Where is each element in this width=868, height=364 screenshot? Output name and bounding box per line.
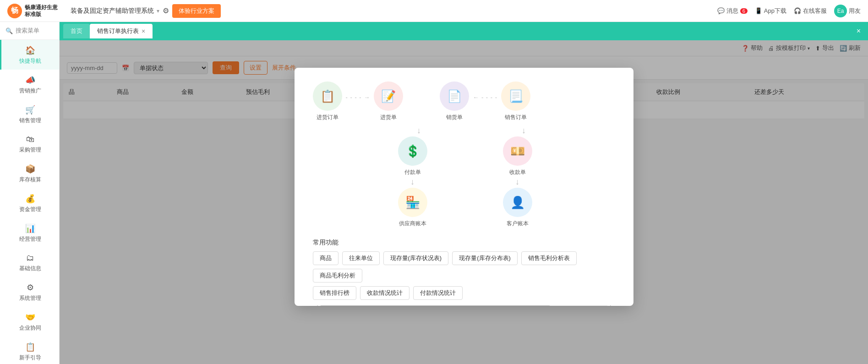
sidebar-item-inventory[interactable]: 📦 库存核算 (0, 158, 59, 188)
collab-icon: 🤝 (25, 312, 35, 322)
func-button[interactable]: 现存量(库存状况表) (383, 251, 449, 265)
arrow-left-1: ← - - - - (469, 94, 501, 101)
online-service-action[interactable]: 🎧 在线客服 (794, 7, 827, 15)
func-buttons-row2: 销售排行榜收款情况统计付款情况统计 (313, 286, 615, 300)
sidebar-item-label: 快捷导航 (19, 57, 41, 65)
message-icon: 💬 (717, 7, 725, 14)
avatar: Ea (834, 5, 847, 17)
logo-area: 畅 畅康通好生意 标准版 (7, 4, 67, 18)
common-functions-section: 常用功能 商品往来单位现存量(库存状况表)现存量(库存分布表)销售毛利分析表商品… (313, 239, 615, 300)
message-badge: 6 (740, 8, 748, 14)
flow-node-payment[interactable]: 💲 付款单 (398, 136, 427, 176)
scroll-right-button[interactable]: ▶ (610, 304, 615, 306)
scrollbar-thumb[interactable] (320, 305, 551, 306)
sidebar-item-basic[interactable]: 🗂 基础信息 (0, 248, 59, 277)
sidebar-item-purchase[interactable]: 🛍 采购管理 (0, 129, 59, 158)
search-icon: 🔍 (5, 27, 13, 34)
sidebar-item-label: 基础信息 (19, 265, 41, 272)
flow-node-sales-bill[interactable]: 📄 销货单 (440, 81, 469, 121)
down-arrow-2: ↓ (509, 126, 539, 136)
flow-node-purchase-order[interactable]: 📋 进货订单 (313, 81, 342, 121)
func-button[interactable]: 往来单位 (342, 251, 380, 265)
scroll-left-button[interactable]: ◀ (313, 304, 318, 306)
sidebar-item-label: 经营管理 (19, 235, 41, 243)
headset-icon: 🎧 (794, 7, 801, 14)
sidebar-item-label: 销售管理 (19, 117, 41, 125)
purchase-icon: 🛍 (26, 135, 34, 144)
message-action[interactable]: 💬 消息 6 (717, 7, 748, 15)
func-buttons-row1: 商品往来单位现存量(库存状况表)现存量(库存分布表)销售毛利分析表商品毛利分析 (313, 251, 615, 283)
basic-icon: 🗂 (26, 253, 34, 263)
system-name: 装备及固定资产辅助管理系统 (71, 7, 154, 15)
sidebar-item-collab[interactable]: 🤝 企业协同 (0, 307, 59, 337)
sidebar-item-system[interactable]: ⚙ 系统管理 (0, 277, 59, 307)
tab-home[interactable]: 首页 (63, 24, 90, 38)
sidebar-item-newbie[interactable]: 📋 新手引导 (0, 337, 59, 364)
func-button[interactable]: 收款情况统计 (360, 286, 409, 300)
down-arrow-1: ↓ (404, 126, 434, 136)
arrow-right-1: - - - - → (342, 94, 374, 101)
sidebar-item-label: 企业协同 (19, 324, 41, 332)
app-download-action[interactable]: 📱 App下载 (755, 7, 786, 15)
logo-icon: 畅 (7, 4, 22, 18)
sidebar-item-label: 营销推广 (19, 87, 41, 95)
tab-bar-close-icon[interactable]: × (853, 25, 864, 37)
sidebar-item-quick-nav[interactable]: 🏠 快捷导航 (0, 40, 59, 70)
common-functions-title: 常用功能 (313, 239, 615, 247)
func-button[interactable]: 商品毛利分析 (313, 269, 362, 283)
tab-sales-order[interactable]: 销售订单执行表 × (90, 24, 153, 38)
func-button[interactable]: 付款情况统计 (413, 286, 463, 300)
inventory-icon: 📦 (25, 164, 35, 174)
sidebar-item-finance[interactable]: 💰 资金管理 (0, 188, 59, 218)
sidebar-item-label: 新手引导 (19, 354, 41, 362)
finance-icon: 💰 (25, 194, 35, 204)
marketing-icon: 📣 (25, 75, 35, 85)
down-arrow-3: ↓ (398, 177, 427, 187)
sidebar-item-label: 采购管理 (19, 146, 41, 154)
scrollbar-area: ◀ ▶ (313, 304, 615, 306)
user-action[interactable]: Ea 用友 (834, 5, 861, 17)
operation-icon: 📊 (25, 223, 35, 234)
func-button[interactable]: 销售毛利分析表 (521, 251, 577, 265)
flow-diagram: 📋 进货订单 - - - - → 📝 进货单 (313, 81, 615, 228)
flow-node-supplier-ledger[interactable]: 🏪 供应商账本 (398, 188, 427, 228)
sidebar-item-label: 系统管理 (19, 294, 41, 302)
tab-close-icon[interactable]: × (142, 27, 145, 35)
sidebar-item-operation[interactable]: 📊 经营管理 (0, 218, 59, 248)
gear-button[interactable]: ⚙ (159, 5, 172, 17)
sidebar-item-sales[interactable]: 🛒 销售管理 (0, 99, 59, 129)
system-icon: ⚙ (27, 283, 34, 293)
modal-overlay: 📋 进货订单 - - - - → 📝 进货单 (60, 40, 868, 364)
down-arrow-4: ↓ (503, 177, 532, 187)
scrollbar-track[interactable] (320, 305, 608, 306)
quick-nav-icon: 🏠 (25, 45, 35, 55)
func-button[interactable]: 现存量(库存分布表) (452, 251, 518, 265)
newbie-icon: 📋 (25, 342, 35, 352)
flow-node-purchase-bill[interactable]: 📝 进货单 (374, 81, 403, 121)
flow-node-customer-ledger[interactable]: 👤 客户账本 (503, 188, 532, 228)
sidebar-item-marketing[interactable]: 📣 营销推广 (0, 70, 59, 99)
sales-icon: 🛒 (25, 105, 35, 115)
modal-box: 📋 进货订单 - - - - → 📝 进货单 (295, 68, 633, 306)
logo-text: 畅康通好生意 标准版 (25, 4, 58, 17)
phone-icon: 📱 (755, 7, 762, 14)
experience-button[interactable]: 体验行业方案 (172, 4, 221, 18)
func-button[interactable]: 销售排行榜 (313, 286, 356, 300)
func-button[interactable]: 商品 (313, 251, 338, 265)
flow-node-sales-order[interactable]: 📃 销售订单 (501, 81, 530, 121)
sidebar-item-label: 资金管理 (19, 206, 41, 213)
search-menu[interactable]: 🔍 搜索菜单 (0, 22, 59, 40)
flow-node-receipt[interactable]: 💴 收款单 (503, 136, 532, 176)
sidebar-item-label: 库存核算 (19, 176, 41, 184)
